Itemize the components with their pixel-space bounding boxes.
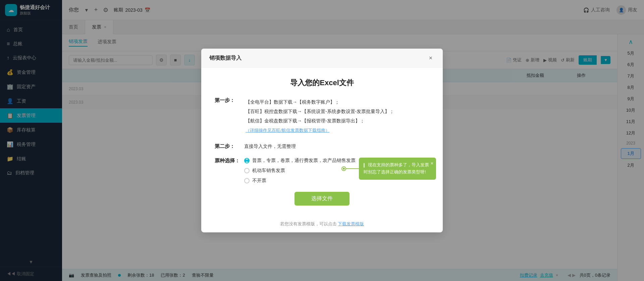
tooltip-close-btn[interactable]: × <box>431 160 433 167</box>
modal-footer: 若您没有发票模版，可以点击 下载发票模版 <box>201 216 443 232</box>
tooltip-container: 现在支持的票种多了，导入发票时别忘了选择正确的发票类型呀! × <box>342 158 436 180</box>
radio-2-label: 机动车销售发票 <box>252 168 285 174</box>
download-template-link[interactable]: 下载发票模版 <box>338 221 364 226</box>
modal-body: 导入您的Excel文件 第一步： 【全电平台】数据下载→【税务数字账户】； 【百… <box>201 68 443 216</box>
step2-content: 直接导入文件，无需整理 <box>244 142 296 151</box>
step2-section: 第二步： 直接导入文件，无需整理 <box>215 142 429 151</box>
tooltip-text: 现在支持的票种多了，导入发票时别忘了选择正确的发票类型呀! <box>364 162 429 174</box>
radio-3-label: 不开票 <box>252 178 266 184</box>
radio-1-circle <box>244 158 250 163</box>
radio-1-label: 普票，专票，卷票，通行费发票，农产品销售发票 <box>252 158 356 164</box>
step1-line1: 【全电平台】数据下载→【税务数字账户】； <box>246 99 339 105</box>
footer-text: 若您没有发票模版，可以点击 <box>280 221 337 226</box>
tooltip-bar <box>364 163 365 168</box>
tooltip-dot <box>342 167 345 170</box>
step2-label: 第二步： <box>215 143 241 150</box>
tooltip-bubble: 现在支持的票种多了，导入发票时别忘了选择正确的发票类型呀! × <box>359 158 436 180</box>
step1-line3: 【航信】金税盘数据下载→【报税管理-发票数据导出】； <box>246 118 365 123</box>
radio-item-1[interactable]: 普票，专票，卷票，通行费发票，农产品销售发票 <box>244 158 356 164</box>
radio-item-2[interactable]: 机动车销售发票 <box>244 168 356 174</box>
import-title: 导入您的Excel文件 <box>215 78 429 88</box>
ticket-section: 票种选择： 普票，专票，卷票，通行费发票，农产品销售发票 机动车销售发票 <box>215 158 429 184</box>
radio-item-3[interactable]: 不开票 <box>244 178 356 184</box>
step1-link[interactable]: （详细操作见百旺/航信发票数据下载指南） <box>246 128 330 133</box>
step1-content: 【全电平台】数据下载→【税务数字账户】； 【百旺】税控盘数据下载→【系统设置-系… <box>246 97 394 135</box>
import-modal: 销项数据导入 × 导入您的Excel文件 第一步： 【全电平台】数据下载→【税务… <box>201 49 443 232</box>
modal-header: 销项数据导入 × <box>201 49 443 68</box>
radio-group: 普票，专票，卷票，通行费发票，农产品销售发票 机动车销售发票 不开票 <box>244 158 356 184</box>
ticket-select-label: 票种选择： <box>215 158 241 164</box>
modal-close-btn[interactable]: × <box>427 54 435 62</box>
step1-line2: 【百旺】税控盘数据下载→【系统设置-系统参数设置-发票批量导入】； <box>246 109 394 114</box>
modal-overlay: 销项数据导入 × 导入您的Excel文件 第一步： 【全电平台】数据下载→【税务… <box>0 0 644 281</box>
modal-title: 销项数据导入 <box>209 55 241 62</box>
radio-3-circle <box>244 178 250 183</box>
tooltip-connector <box>345 168 359 169</box>
radio-2-circle <box>244 168 250 173</box>
step1-label: 第一步： <box>215 97 241 104</box>
step1-section: 第一步： 【全电平台】数据下载→【税务数字账户】； 【百旺】税控盘数据下载→【系… <box>215 97 429 135</box>
select-file-button[interactable]: 选择文件 <box>294 192 350 206</box>
